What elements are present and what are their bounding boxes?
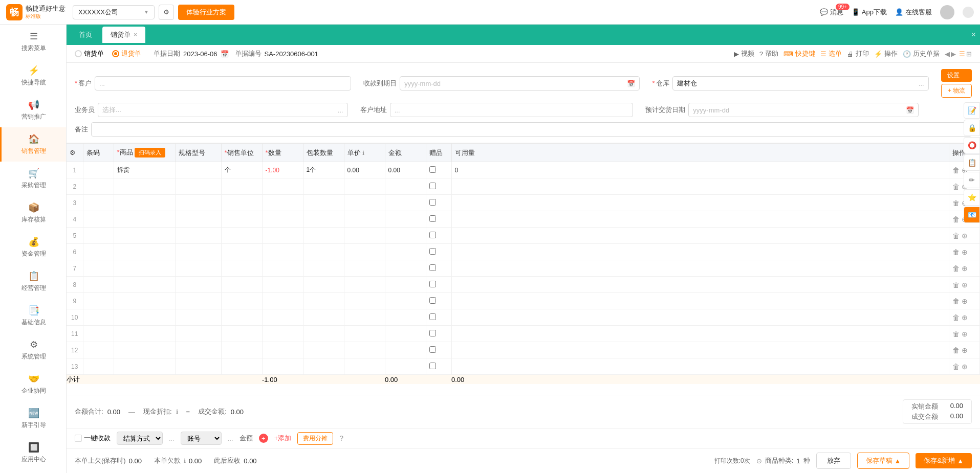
row-amount-cell[interactable]	[385, 342, 426, 358]
delete-icon[interactable]: 🗑	[952, 166, 960, 174]
row-spec-cell[interactable]	[175, 358, 221, 375]
delete-icon[interactable]: 🗑	[952, 232, 960, 240]
sidebar-item-finance[interactable]: 💰 资金管理	[0, 230, 66, 264]
row-amount-cell[interactable]	[385, 211, 426, 228]
row-qty-cell[interactable]	[262, 211, 303, 228]
tab-close-icon[interactable]: ×	[134, 31, 137, 38]
delivery-date-input[interactable]: yyyy-mm-dd 📅	[688, 103, 919, 117]
sidebar-item-marketing[interactable]: 📢 营销推广	[0, 93, 66, 127]
row-gift-cell[interactable]	[426, 260, 451, 277]
row-product-cell[interactable]	[114, 309, 175, 326]
delete-icon[interactable]: 🗑	[952, 313, 960, 322]
tab-sales-order[interactable]: 销货单 ×	[102, 27, 145, 43]
expense-split-button[interactable]: 费用分摊	[297, 432, 333, 445]
row-qty-cell[interactable]	[262, 195, 303, 211]
row-product-cell[interactable]	[114, 244, 175, 260]
copy-icon[interactable]: ⊕	[962, 264, 968, 273]
toolbar-video[interactable]: ▶ 视频	[734, 49, 754, 58]
row-product-cell[interactable]	[114, 277, 175, 293]
float-btn-7[interactable]: 📧	[964, 207, 980, 223]
delete-icon[interactable]: 🗑	[952, 215, 960, 223]
row-unit-cell[interactable]	[221, 342, 262, 358]
notes-input[interactable]	[91, 122, 972, 137]
due-date-input[interactable]: yyyy-mm-dd 📅	[400, 76, 640, 91]
row-pkg-qty-cell[interactable]	[303, 326, 344, 342]
row-amount-cell[interactable]	[385, 309, 426, 326]
toolbar-history[interactable]: 🕐 历史单据	[903, 49, 940, 58]
sidebar-item-wechat[interactable]: 💬 企业微信	[0, 470, 66, 473]
sidebar-item-inventory[interactable]: 📦 库存核算	[0, 196, 66, 230]
row-unit-cell[interactable]	[221, 358, 262, 375]
delete-icon[interactable]: 🗑	[952, 281, 960, 289]
radio-sales-order[interactable]: 销货单	[75, 49, 104, 58]
row-barcode-cell[interactable]	[83, 228, 114, 244]
float-btn-3[interactable]: ⭕	[964, 137, 980, 153]
row-spec-cell[interactable]	[175, 309, 221, 326]
sidebar-item-system[interactable]: ⚙ 系统管理	[0, 333, 66, 367]
prev-icon[interactable]: ◀	[945, 50, 950, 58]
float-btn-1[interactable]: 📝	[964, 102, 980, 119]
delete-icon[interactable]: 🗑	[952, 199, 960, 207]
row-product-cell[interactable]	[114, 211, 175, 228]
row-qty-cell[interactable]	[262, 277, 303, 293]
row-qty-cell[interactable]	[262, 178, 303, 195]
settings-icon[interactable]: ⚙	[159, 5, 174, 20]
float-btn-2[interactable]: 🔒	[964, 120, 980, 136]
row-product-cell[interactable]	[114, 326, 175, 342]
row-barcode-cell[interactable]	[83, 178, 114, 195]
row-pkg-qty-cell[interactable]	[303, 228, 344, 244]
row-spec-cell[interactable]	[175, 260, 221, 277]
toolbar-print[interactable]: 🖨 打印	[847, 49, 869, 58]
row-product-cell[interactable]	[114, 178, 175, 195]
row-qty-cell[interactable]	[262, 260, 303, 277]
row-pkg-qty-cell[interactable]	[303, 195, 344, 211]
row-barcode-cell[interactable]	[83, 211, 114, 228]
row-barcode-cell[interactable]	[83, 195, 114, 211]
row-amount-cell[interactable]	[385, 358, 426, 375]
float-btn-4[interactable]: 📋	[964, 154, 980, 171]
row-spec-cell[interactable]	[175, 326, 221, 342]
row-product-cell[interactable]	[114, 228, 175, 244]
user-menu-icon[interactable]	[963, 7, 974, 18]
warehouse-input[interactable]: 建材仓 ...	[672, 76, 929, 91]
customer-address-input[interactable]: ...	[390, 103, 634, 117]
sidebar-item-enterprise[interactable]: 🤝 企业协同	[0, 367, 66, 401]
delete-icon[interactable]: 🗑	[952, 183, 960, 191]
copy-icon[interactable]: ⊕	[962, 248, 968, 256]
avatar[interactable]	[940, 5, 954, 19]
row-qty-cell[interactable]	[262, 326, 303, 342]
scan-button[interactable]: 扫码录入	[135, 148, 165, 157]
row-qty-cell[interactable]	[262, 342, 303, 358]
row-gift-cell[interactable]	[426, 326, 451, 342]
save-draft-button[interactable]: 保存草稿 ▲	[857, 453, 910, 469]
tab-bar-close-icon[interactable]: ×	[971, 30, 976, 39]
row-spec-cell[interactable]	[175, 342, 221, 358]
row-unit-cell[interactable]	[221, 178, 262, 195]
delete-icon[interactable]: 🗑	[952, 363, 960, 371]
row-qty-cell[interactable]	[262, 358, 303, 375]
row-price-cell[interactable]	[344, 326, 385, 342]
row-qty-cell[interactable]	[262, 244, 303, 260]
toolbar-select[interactable]: ☰ 选单	[820, 49, 842, 58]
calendar-icon[interactable]: 📅	[221, 50, 229, 58]
row-pkg-qty-cell[interactable]	[303, 211, 344, 228]
grid-view-icon[interactable]: ⊞	[966, 50, 972, 58]
sidebar-item-operations[interactable]: 📋 经营管理	[0, 264, 66, 299]
row-qty-cell[interactable]	[262, 228, 303, 244]
company-selector[interactable]: XXXXXX公司 ▼	[73, 5, 155, 19]
row-product-cell[interactable]: 拆货	[114, 162, 175, 178]
row-price-cell[interactable]	[344, 342, 385, 358]
toolbar-help[interactable]: ? 帮助	[759, 49, 778, 58]
row-unit-cell[interactable]	[221, 309, 262, 326]
row-pkg-qty-cell[interactable]	[303, 309, 344, 326]
row-gift-cell[interactable]	[426, 162, 451, 178]
online-service-button[interactable]: 👤 在线客服	[895, 8, 932, 17]
sidebar-item-guide[interactable]: 🆕 新手引导	[0, 401, 66, 436]
copy-icon[interactable]: ⊕	[962, 281, 968, 289]
row-spec-cell[interactable]	[175, 244, 221, 260]
row-amount-cell[interactable]	[385, 260, 426, 277]
radio-return-order[interactable]: 退货单	[112, 49, 141, 58]
copy-icon[interactable]: ⊕	[962, 363, 968, 371]
row-barcode-cell[interactable]	[83, 326, 114, 342]
row-gift-cell[interactable]	[426, 342, 451, 358]
